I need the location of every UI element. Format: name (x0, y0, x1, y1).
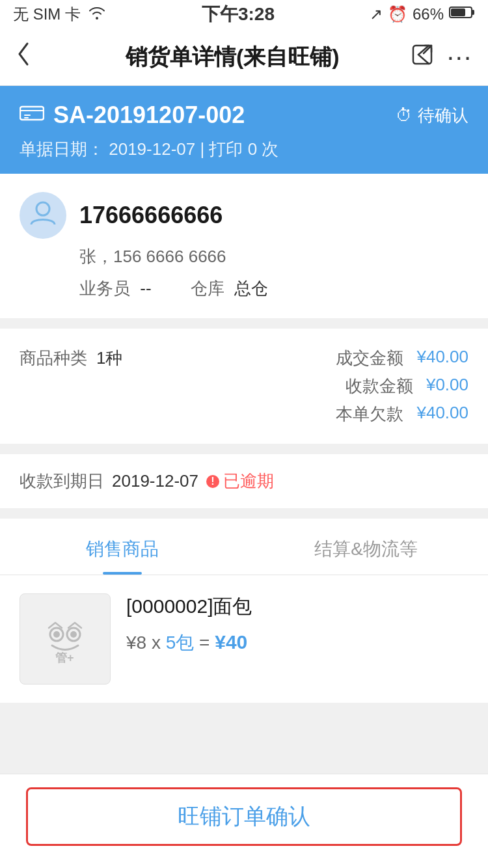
summary-right: 成交金额 ¥40.00 收款金额 ¥0.00 本单欠款 ¥40.00 (336, 347, 468, 426)
customer-section: 17666666666 张，156 6666 6666 业务员 -- 仓库 总仓 (0, 174, 488, 318)
tab-products[interactable]: 销售商品 (0, 519, 244, 575)
unit-price: ¥8 (126, 632, 146, 653)
svg-text:管+: 管+ (55, 651, 74, 664)
order-date-value: 2019-12-07 (109, 139, 195, 159)
equals-sign: = (199, 632, 210, 653)
received-row: 收款金额 ¥0.00 (346, 375, 468, 398)
status-clock-icon: ⏱ (396, 105, 413, 126)
status-bar: 无 SIM 卡 下午3:28 ↗ ⏰ 66% (0, 0, 488, 29)
avatar (20, 192, 66, 239)
status-left: 无 SIM 卡 (13, 4, 107, 25)
back-button[interactable] (16, 41, 55, 73)
nav-bar: 销货单详情(来自旺铺) ··· (0, 29, 488, 86)
warehouse-label: 仓库 总仓 (191, 277, 268, 300)
product-thumbnail: 管+ (20, 593, 111, 685)
customer-meta: 业务员 -- 仓库 总仓 (79, 277, 468, 300)
product-name: [0000002]面包 (126, 593, 468, 620)
nav-actions: ··· (411, 42, 472, 72)
order-id-row: SA-20191207-002 ⏱ 待确认 (20, 102, 468, 129)
date-label: 单据日期： (20, 139, 104, 159)
overdue-icon: ! (206, 475, 219, 488)
status-right: ↗ ⏰ 66% (370, 5, 475, 23)
customer-name: 张，156 6666 6666 (79, 245, 468, 268)
tabs-row: 销售商品 结算&物流等 (0, 519, 488, 575)
wifi-icon (87, 5, 107, 23)
page-title: 销货单详情(来自旺铺) (55, 42, 411, 72)
order-status: ⏱ 待确认 (396, 104, 468, 127)
svg-point-9 (70, 631, 77, 638)
svg-rect-4 (20, 107, 44, 120)
print-text: 打印 0 次 (209, 139, 278, 159)
product-section: 管+ [0000002]面包 ¥8 x 5包 = ¥40 (0, 575, 488, 703)
product-item: 管+ [0000002]面包 ¥8 x 5包 = ¥40 (20, 593, 468, 685)
due-date-value: 2019-12-07 (112, 471, 198, 491)
product-info: [0000002]面包 ¥8 x 5包 = ¥40 (126, 593, 468, 655)
share-icon[interactable] (411, 43, 434, 72)
alarm-icon: ⏰ (388, 5, 407, 23)
order-date-row: 单据日期： 2019-12-07 | 打印 0 次 (20, 138, 468, 161)
overdue-badge: ! 已逾期 (206, 470, 274, 493)
order-header: SA-20191207-002 ⏱ 待确认 单据日期： 2019-12-07 |… (0, 86, 488, 174)
svg-point-5 (36, 202, 49, 215)
tab-settlement[interactable]: 结算&物流等 (244, 519, 488, 575)
amount-row: 成交金额 ¥40.00 (336, 347, 468, 370)
owed-value: ¥40.00 (416, 403, 468, 426)
status-time: 下午3:28 (202, 2, 275, 27)
sim-label: 无 SIM 卡 (13, 4, 81, 25)
avatar-icon (29, 198, 57, 233)
overdue-text: 已逾期 (223, 470, 274, 493)
order-header-icon (20, 104, 44, 127)
battery-percent: 66% (413, 5, 444, 23)
due-section: 收款到期日 2019-12-07 ! 已逾期 (0, 454, 488, 508)
location-icon: ↗ (370, 5, 383, 23)
bottom-bar: 旺铺订单确认 (0, 774, 488, 868)
owed-row: 本单欠款 ¥40.00 (336, 403, 468, 426)
order-status-text: 待确认 (418, 104, 468, 127)
customer-phone: 17666666666 (79, 202, 223, 229)
quantity: 5包 (166, 632, 195, 653)
battery-icon (449, 5, 475, 23)
total-price: ¥40 (215, 631, 247, 653)
confirm-button[interactable]: 旺铺订单确认 (26, 787, 462, 846)
more-icon[interactable]: ··· (447, 42, 472, 72)
due-label: 收款到期日 (20, 470, 104, 493)
summary-left: 商品种类 1种 (20, 347, 122, 370)
tabs-section: 销售商品 结算&物流等 管+ [00000 (0, 519, 488, 703)
product-price: ¥8 x 5包 = ¥40 (126, 631, 468, 655)
svg-rect-1 (472, 10, 474, 15)
sales-label: 业务员 -- (79, 277, 152, 300)
customer-row: 17666666666 (20, 192, 468, 239)
order-id: SA-20191207-002 (53, 102, 245, 129)
svg-rect-2 (451, 8, 465, 16)
amount-value: ¥40.00 (416, 347, 468, 370)
summary-section: 商品种类 1种 成交金额 ¥40.00 收款金额 ¥0.00 本单欠款 ¥40.… (0, 329, 488, 444)
svg-point-8 (53, 631, 60, 638)
multiply-sign: x (152, 632, 161, 653)
received-value: ¥0.00 (426, 375, 468, 398)
